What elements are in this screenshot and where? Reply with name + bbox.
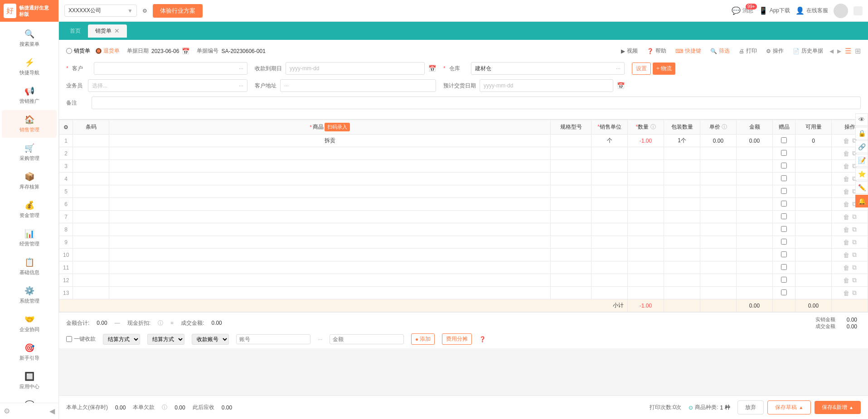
float-link-btn[interactable]: 🔗 <box>855 140 868 153</box>
col-settings[interactable]: ⚙ <box>59 120 73 135</box>
date-value[interactable]: 2023-06-06 <box>151 48 179 54</box>
delete-icon[interactable]: 🗑 <box>843 150 849 157</box>
help-btn[interactable]: ❓ 帮助 <box>644 45 669 57</box>
card-view-icon[interactable]: ⊞ <box>855 47 861 55</box>
sidebar-item-inventory[interactable]: 📦 库存核算 <box>2 167 57 195</box>
float-lock-btn[interactable]: 🔒 <box>855 127 868 140</box>
account-more-icon[interactable]: ··· <box>318 336 322 342</box>
save-draft-chevron-icon[interactable]: ▲ <box>799 405 803 410</box>
one-click-pay-checkbox[interactable] <box>66 336 72 342</box>
delivery-date-input[interactable]: yyyy-mm-dd <box>480 79 613 92</box>
delete-icon[interactable]: 🗑 <box>843 226 849 233</box>
video-btn[interactable]: ▶ 视频 <box>618 45 640 57</box>
online-service-action[interactable]: 👤 在线客服 <box>795 6 828 15</box>
shortcut-btn[interactable]: ⌨ 快捷键 <box>673 45 704 57</box>
user-avatar[interactable] <box>834 4 848 18</box>
user-avatar2[interactable] <box>853 6 863 15</box>
product-type-icon[interactable]: ⊙ <box>689 405 693 411</box>
message-action[interactable]: 💬 消息 99+ <box>732 6 753 15</box>
salesperson-input[interactable]: 选择... ··· <box>88 79 247 92</box>
account-input[interactable] <box>236 334 310 344</box>
float-eye-btn[interactable]: 👁 <box>855 113 868 126</box>
scan-button[interactable]: 扫码录入 <box>325 123 350 131</box>
warehouse-more-icon[interactable]: ··· <box>616 65 621 72</box>
col-spec[interactable]: 规格型号 <box>551 120 592 135</box>
customer-input[interactable]: ··· <box>94 62 247 75</box>
customer-address-more-icon[interactable]: ··· <box>284 82 289 89</box>
copy-icon[interactable]: ⧉ <box>852 276 857 284</box>
copy-icon[interactable]: ⧉ <box>852 251 857 259</box>
account-select[interactable]: 收款账号 <box>192 334 229 345</box>
delivery-calendar-icon[interactable]: 📅 <box>617 82 625 89</box>
receive-date-calendar-icon[interactable]: 📅 <box>428 65 436 72</box>
spec-cell[interactable] <box>551 147 592 160</box>
product-cell[interactable]: 拆贡 <box>109 135 551 147</box>
prev-icon[interactable]: ◀ <box>829 48 834 54</box>
salesperson-more-icon[interactable]: ··· <box>239 82 243 89</box>
delete-icon[interactable]: 🗑 <box>843 137 849 144</box>
delete-icon[interactable]: 🗑 <box>843 213 849 221</box>
col-amount[interactable]: 金额 <box>737 120 773 135</box>
barcode-cell[interactable] <box>73 147 109 160</box>
sidebar-item-purchase[interactable]: 🛒 采购管理 <box>2 139 57 166</box>
copy-icon[interactable]: ⧉ <box>852 289 857 297</box>
logistics-button[interactable]: + 物流 <box>653 63 675 75</box>
float-star-btn[interactable]: ⭐ <box>855 168 868 180</box>
float-note-btn[interactable]: 📝 <box>855 154 868 167</box>
sidebar-item-collab[interactable]: 🤝 企业协同 <box>2 310 57 337</box>
gift-checkbox[interactable] <box>781 150 787 156</box>
amount-cell[interactable]: 0.00 <box>737 135 773 147</box>
copy-icon[interactable]: ⧉ <box>852 238 857 246</box>
save-new-chevron-icon[interactable]: ▲ <box>849 405 853 410</box>
amount-cell[interactable] <box>737 147 773 160</box>
price-info-icon[interactable]: ⓘ <box>722 124 727 130</box>
sidebar-item-app-center[interactable]: 🔲 应用中心 <box>2 367 57 395</box>
qty-cell[interactable]: -1.00 <box>628 135 664 147</box>
gift-cell[interactable] <box>773 147 795 160</box>
discount-info-icon[interactable]: ⓘ <box>158 319 163 327</box>
delete-icon[interactable]: 🗑 <box>843 264 849 271</box>
sidebar-item-search[interactable]: 🔍 搜索菜单 <box>2 24 57 52</box>
abandon-button[interactable]: 放弃 <box>737 400 764 414</box>
notes-input[interactable] <box>92 96 861 109</box>
amount-input[interactable] <box>330 334 404 344</box>
date-calendar-icon[interactable]: 📅 <box>182 48 189 55</box>
col-price[interactable]: 单价 ⓘ <box>700 120 737 135</box>
price-cell[interactable]: 0.00 <box>700 135 737 147</box>
receive-date-input[interactable]: yyyy-mm-dd <box>286 62 425 75</box>
qty-cell[interactable] <box>628 147 664 160</box>
radio-return[interactable]: 退货单 <box>96 47 120 55</box>
delete-icon[interactable]: 🗑 <box>843 201 849 208</box>
price-cell[interactable] <box>700 147 737 160</box>
add-button[interactable]: ● 添加 <box>411 333 435 345</box>
delete-icon[interactable]: 🗑 <box>843 163 849 170</box>
fee-split-button[interactable]: 费用分摊 <box>442 333 472 345</box>
sidebar-item-sales[interactable]: 🏠 销售管理 <box>2 110 57 138</box>
next-icon[interactable]: ▶ <box>837 48 841 54</box>
unit-cell[interactable]: 个 <box>592 135 628 147</box>
float-edit-btn[interactable]: ✏️ <box>855 181 868 194</box>
delete-icon[interactable]: 🗑 <box>843 175 849 183</box>
grid-view-icon[interactable]: ☰ <box>845 47 851 55</box>
tab-sales-order[interactable]: 销货单 ✕ <box>88 24 127 38</box>
fee-help-icon[interactable]: ❓ <box>479 336 486 342</box>
sidebar-item-finance[interactable]: 💰 资金管理 <box>2 196 57 223</box>
qty-info-icon[interactable]: ⓘ <box>650 124 656 130</box>
unit-cell[interactable] <box>592 147 628 160</box>
copy-icon[interactable]: ⧉ <box>852 264 857 271</box>
save-new-button[interactable]: 保存&新增 ▲ <box>815 401 861 414</box>
col-qty[interactable]: *数量 ⓘ <box>628 120 664 135</box>
sidebar-item-operations[interactable]: 📊 经营管理 <box>2 224 57 252</box>
settle-method-select[interactable]: 结算方式 <box>103 334 140 345</box>
sidebar-item-marketing[interactable]: 📢 营销推广 <box>2 82 57 109</box>
gift-cell[interactable] <box>773 135 795 147</box>
col-available[interactable]: 可用量 <box>795 120 832 135</box>
topbar-settings-icon[interactable]: ⚙ <box>141 6 149 16</box>
settings-button[interactable]: 设置 <box>632 63 651 75</box>
trial-button[interactable]: 体验行业方案 <box>153 4 203 18</box>
radio-return-input[interactable] <box>96 48 102 54</box>
sidebar-item-guide[interactable]: 🎯 新手引导 <box>2 338 57 366</box>
col-pkg-qty[interactable]: 包装数量 <box>664 120 700 135</box>
sidebar-settings-icon[interactable]: ⚙ <box>4 407 10 415</box>
delete-icon[interactable]: 🗑 <box>843 277 849 284</box>
